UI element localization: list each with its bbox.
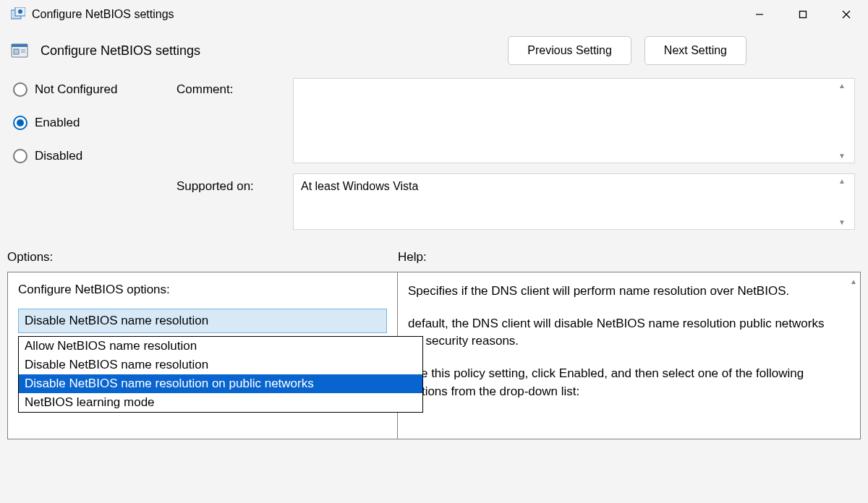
- svg-point-2: [18, 9, 22, 14]
- help-panel: ▲ Specifies if the DNS client will perfo…: [398, 272, 861, 439]
- state-radio-group: Not Configured Enabled Disabled: [13, 78, 172, 163]
- radio-label: Disabled: [35, 149, 82, 163]
- help-section-label: Help:: [398, 250, 861, 265]
- radio-icon: [13, 149, 27, 163]
- titlebar: Configure NetBIOS settings: [0, 0, 868, 29]
- radio-icon: [13, 116, 27, 130]
- nav-buttons: Previous Setting Next Setting: [508, 36, 746, 65]
- maximize-button[interactable]: [781, 0, 825, 29]
- help-paragraph: use this policy setting, click Enabled, …: [408, 365, 840, 400]
- radio-enabled[interactable]: Enabled: [13, 116, 172, 130]
- minimize-button[interactable]: [738, 0, 781, 29]
- options-panel: Configure NetBIOS options: Disable NetBI…: [7, 272, 398, 439]
- supported-on-label: Supported on:: [176, 163, 289, 194]
- up-arrow-icon[interactable]: ▲: [838, 177, 851, 185]
- svg-rect-8: [12, 44, 27, 47]
- dropdown-item[interactable]: NetBIOS learning mode: [19, 393, 422, 412]
- policy-editor-window: Configure NetBIOS settings Configure Net…: [0, 0, 868, 503]
- up-arrow-icon[interactable]: ▲: [850, 277, 857, 288]
- section-labels: Options: Help:: [0, 230, 868, 272]
- close-button[interactable]: [825, 0, 868, 29]
- lower-panels: Configure NetBIOS options: Disable NetBI…: [0, 272, 868, 439]
- settings-grid: Not Configured Enabled Disabled Comment:…: [0, 78, 868, 230]
- dropdown-item[interactable]: Disable NetBIOS name resolution on publi…: [19, 374, 422, 393]
- options-combo[interactable]: Disable NetBIOS name resolution: [18, 309, 387, 333]
- page-title: Configure NetBIOS settings: [38, 43, 501, 59]
- header-row: Configure NetBIOS settings Previous Sett…: [0, 29, 868, 78]
- next-setting-button[interactable]: Next Setting: [644, 36, 746, 65]
- radio-label: Not Configured: [35, 82, 117, 97]
- down-arrow-icon[interactable]: ▼: [838, 152, 851, 160]
- supported-on-value: At least Windows Vista: [301, 180, 418, 192]
- scroll-arrows: ▲▼: [838, 79, 851, 163]
- window-controls: [738, 0, 868, 29]
- window-title: Configure NetBIOS settings: [32, 8, 738, 21]
- app-icon: [10, 7, 26, 22]
- comment-textarea[interactable]: ▲▼: [293, 78, 855, 163]
- dropdown-item[interactable]: Allow NetBIOS name resolution: [19, 337, 422, 356]
- previous-setting-button[interactable]: Previous Setting: [508, 36, 631, 65]
- comment-label: Comment:: [176, 78, 289, 97]
- svg-rect-4: [800, 12, 807, 18]
- radio-label: Enabled: [35, 116, 80, 130]
- supported-on-box: At least Windows Vista ▲▼: [293, 173, 855, 230]
- help-paragraph: default, the DNS client will disable Net…: [408, 315, 840, 351]
- options-section-label: Options:: [7, 250, 398, 265]
- down-arrow-icon[interactable]: ▼: [838, 218, 851, 226]
- radio-disabled[interactable]: Disabled: [13, 149, 172, 163]
- up-arrow-icon[interactable]: ▲: [838, 82, 851, 90]
- options-dropdown: Allow NetBIOS name resolution Disable Ne…: [18, 336, 423, 413]
- radio-icon: [13, 82, 27, 97]
- radio-not-configured[interactable]: Not Configured: [13, 82, 172, 97]
- policy-icon: [10, 42, 30, 59]
- scroll-arrows: ▲▼: [838, 174, 851, 229]
- help-paragraph: Specifies if the DNS client will perform…: [408, 283, 840, 301]
- svg-rect-9: [14, 49, 19, 54]
- dropdown-item[interactable]: Disable NetBIOS name resolution: [19, 356, 422, 374]
- options-combo-label: Configure NetBIOS options:: [18, 283, 387, 297]
